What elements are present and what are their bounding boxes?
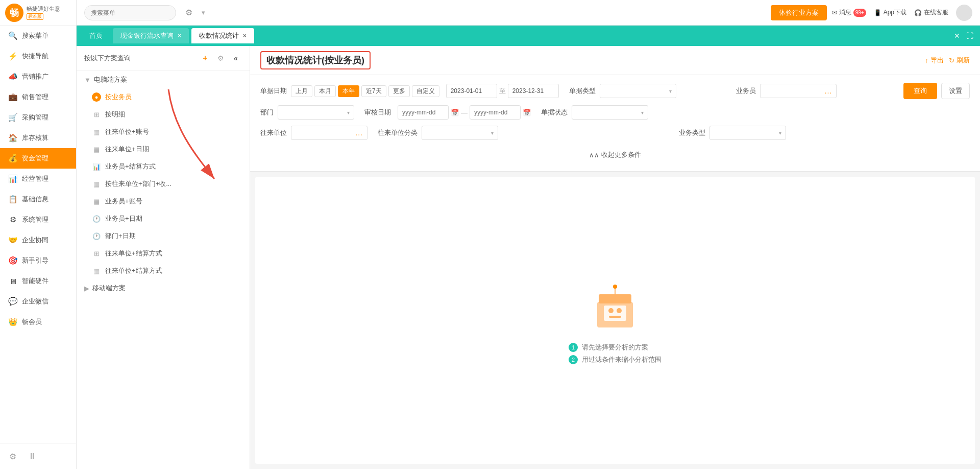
unit-category-label: 往来单位分类 — [378, 128, 418, 137]
sidebar-item-inventory[interactable]: 🏠 库存核算 — [0, 128, 76, 148]
unit-category-select[interactable]: ▾ — [422, 126, 498, 140]
collapse-panel-btn[interactable]: « — [230, 52, 242, 64]
dept-select[interactable]: ▾ — [278, 105, 354, 120]
audit-date-to-input[interactable] — [470, 105, 521, 120]
right-panel: 收款情况统计(按业务员) ↑ 导出 ↻ 刷新 单据日期 — [250, 46, 980, 469]
export-btn[interactable]: ↑ 导出 — [925, 56, 944, 65]
message-btn[interactable]: ✉ 消息 99+ — [832, 8, 866, 17]
empty-hints: 1 请先选择要分析的方案 2 用过滤条件来缩小分析范围 — [569, 343, 662, 367]
salesman-more-dots[interactable]: ... — [825, 87, 832, 95]
main-area: ⚙ ▾ 体验行业方案 ✉ 消息 99+ 📱 App下载 🎧 在线客服 首页 — [77, 0, 980, 469]
sidebar-item-hardware[interactable]: 🖥 智能硬件 — [0, 271, 76, 291]
scheme-item-unit-account[interactable]: ▦ 往来单位+账号 — [77, 123, 250, 140]
sidebar-item-sales[interactable]: 💼 销售管理 — [0, 87, 76, 107]
audit-date-to-calendar-icon[interactable]: 📅 — [523, 109, 531, 116]
marketing-icon: 📣 — [8, 72, 18, 82]
scheme-item-dept-date[interactable]: 🕐 部门+日期 — [77, 227, 250, 245]
sidebar-item-search[interactable]: 🔍 搜索菜单 — [0, 26, 76, 46]
filter-type-item: 单据类型 ▾ — [569, 84, 726, 98]
sidebar-item-member[interactable]: 👑 畅会员 — [0, 312, 76, 332]
date-btn-more[interactable]: 更多 — [388, 85, 410, 97]
tab-collection-close[interactable]: × — [243, 32, 247, 39]
sidebar-collapse-btn[interactable]: ⏸ — [24, 449, 40, 464]
dept-label: 部门 — [260, 108, 274, 117]
collapse-filter-btn[interactable]: ∧∧ 收起更多条件 — [260, 146, 970, 163]
tab-bank[interactable]: 现金银行流水查询 × — [113, 28, 189, 43]
unit-category-arrow: ▾ — [491, 130, 494, 136]
inventory-icon: 🏠 — [8, 133, 18, 143]
scheme-item-salesman-method[interactable]: 📊 业务员+结算方式 — [77, 158, 250, 175]
sidebar-item-purchase[interactable]: 🛒 采购管理 — [0, 107, 76, 128]
refresh-btn[interactable]: ↻ 刷新 — [949, 56, 970, 65]
unit-label: 往来单位 — [260, 128, 287, 137]
salesman-select[interactable]: ... — [760, 84, 837, 98]
sidebar-item-basic[interactable]: 📋 基础信息 — [0, 189, 76, 209]
type-select[interactable]: ▾ — [600, 84, 676, 98]
date-btn-custom[interactable]: 自定义 — [412, 85, 439, 97]
filter-row-1: 单据日期 上月 本月 本年 近7天 更多 自定义 至 — [260, 83, 970, 99]
date-label: 单据日期 — [260, 86, 287, 96]
sidebar-nav: 🔍 搜索菜单 ⚡ 快捷导航 📣 营销推广 💼 销售管理 🛒 采购管理 🏠 库存核… — [0, 26, 76, 443]
scheme-item-unit-dept[interactable]: ▦ 按往来单位+部门+收... — [77, 175, 250, 193]
window-close-btn[interactable]: ✕ — [952, 31, 962, 41]
sidebar-footer: ⚙ ⏸ — [0, 443, 76, 469]
dept-date-icon: 🕐 — [92, 231, 101, 241]
user-avatar[interactable] — [956, 5, 972, 21]
date-to-input[interactable] — [508, 84, 559, 98]
status-select-arrow: ▾ — [641, 110, 644, 115]
salesman-account-icon: ▦ — [92, 197, 101, 206]
sidebar-item-quicknav[interactable]: ⚡ 快捷导航 — [0, 46, 76, 66]
audit-date-range: 📅 — 📅 — [398, 105, 531, 120]
app-download-btn[interactable]: 📱 App下载 — [874, 8, 906, 17]
date-btn-this-month[interactable]: 本月 — [314, 85, 336, 97]
filter-status-item: 单据状态 ▾ — [541, 105, 970, 120]
page-title: 收款情况统计(按业务员) — [260, 51, 371, 69]
sidebar-item-system[interactable]: ⚙ 系统管理 — [0, 209, 76, 230]
filter-setting-btn[interactable]: 设置 — [941, 83, 970, 99]
trial-btn[interactable]: 体验行业方案 — [771, 5, 827, 20]
scheme-item-salesman-account[interactable]: ▦ 业务员+账号 — [77, 193, 250, 210]
date-btn-7days[interactable]: 近7天 — [361, 85, 386, 97]
sidebar-settings-btn[interactable]: ⚙ — [5, 449, 20, 464]
svg-rect-2 — [604, 306, 626, 321]
scheme-item-salesman-date[interactable]: 🕐 业务员+日期 — [77, 210, 250, 227]
sidebar-item-guide[interactable]: 🎯 新手引导 — [0, 250, 76, 271]
tab-bank-close[interactable]: × — [178, 32, 181, 39]
topbar: ⚙ ▾ 体验行业方案 ✉ 消息 99+ 📱 App下载 🎧 在线客服 — [77, 0, 980, 26]
scheme-item-unit-method1[interactable]: ⊞ 往来单位+结算方式 — [77, 245, 250, 262]
tab-collection[interactable]: 收款情况统计 × — [191, 28, 254, 43]
mobile-scheme-group[interactable]: ▶ 移动端方案 — [77, 279, 250, 297]
topbar-search-input[interactable] — [84, 5, 176, 20]
date-btn-this-year[interactable]: 本年 — [338, 85, 359, 97]
online-service-btn[interactable]: 🎧 在线客服 — [914, 8, 948, 17]
query-btn[interactable]: 查询 — [903, 83, 937, 99]
add-scheme-btn[interactable]: + — [199, 52, 211, 64]
date-quick-btns: 上月 本月 本年 近7天 更多 自定义 — [291, 85, 439, 97]
audit-date-calendar-icon[interactable]: 📅 — [451, 109, 459, 116]
audit-date-from-input[interactable] — [398, 105, 449, 120]
biz-type-select[interactable]: ▾ — [709, 126, 786, 140]
desktop-group-header[interactable]: ▼ 电脑端方案 — [77, 71, 250, 88]
unit-date-icon: ▦ — [92, 145, 101, 154]
sidebar-item-wechat[interactable]: 💬 企业微信 — [0, 291, 76, 312]
status-select[interactable]: ▾ — [572, 105, 648, 120]
unit-more-dots[interactable]: ... — [355, 129, 363, 137]
scheme-item-unit-date[interactable]: ▦ 往来单位+日期 — [77, 140, 250, 158]
topbar-gear-btn[interactable]: ⚙ — [181, 5, 197, 20]
sidebar: 畅 畅捷通好生意 标准版 🔍 搜索菜单 ⚡ 快捷导航 📣 营销推广 💼 销售管理… — [0, 0, 77, 469]
sidebar-item-finance[interactable]: 💰 资金管理 — [0, 148, 76, 169]
group-expand-icon: ▼ — [84, 76, 91, 84]
sidebar-item-enterprise[interactable]: 🤝 企业协同 — [0, 230, 76, 250]
tab-home[interactable]: 首页 — [82, 28, 110, 43]
sidebar-item-operations[interactable]: 📊 经营管理 — [0, 169, 76, 189]
date-btn-last-month[interactable]: 上月 — [291, 85, 312, 97]
scheme-item-unit-method2[interactable]: ▦ 往来单位+结算方式 — [77, 262, 250, 279]
setting-scheme-btn[interactable]: ⚙ — [214, 52, 227, 64]
scheme-item-by-detail[interactable]: ⊞ 按明细 — [77, 106, 250, 123]
date-from-input[interactable] — [446, 84, 497, 98]
scheme-item-by-salesman[interactable]: ● 按业务员 — [77, 88, 250, 106]
window-maximize-btn[interactable]: ⛶ — [965, 31, 975, 41]
unit-select[interactable]: ... — [291, 126, 368, 140]
sidebar-item-marketing[interactable]: 📣 营销推广 — [0, 66, 76, 87]
topbar-dropdown-icon[interactable]: ▾ — [202, 9, 205, 16]
